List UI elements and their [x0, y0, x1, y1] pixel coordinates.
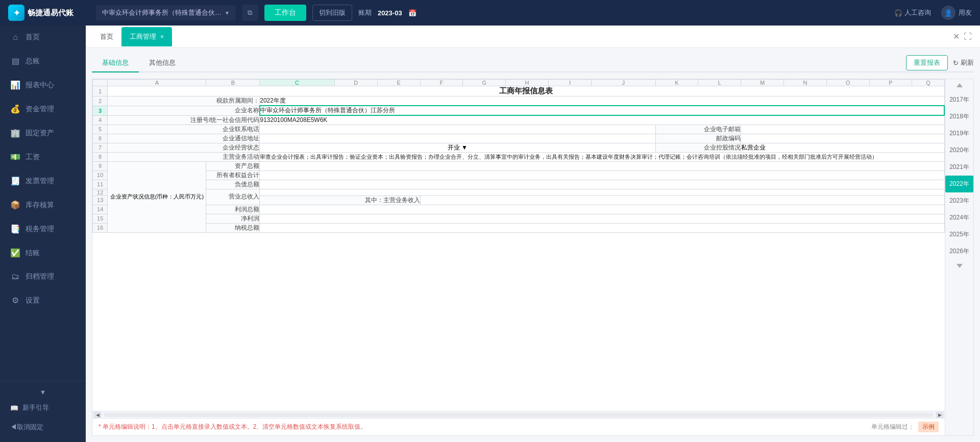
cell-9-value[interactable] [260, 161, 944, 170]
tab-bar: 首页 工商管理 × ✕ ⛶ [86, 26, 980, 48]
cell-10-value[interactable] [260, 170, 944, 180]
cell-11-label: 负债总额 [206, 180, 260, 189]
sidebar-item-home[interactable]: ⌂ 首页 [0, 26, 86, 49]
col-header-i: I [549, 80, 592, 86]
service-label: 人工咨询 [904, 8, 931, 17]
sidebar-item-tax[interactable]: 📑 税务管理 [0, 217, 86, 241]
year-2026[interactable]: 2026年 [945, 243, 973, 260]
cell-2-value[interactable]: 2022年度 [260, 96, 944, 106]
unpin-button[interactable]: ◀取消固定 [0, 418, 86, 437]
topbar-right: 🎧 人工咨询 👤 用友 [894, 6, 972, 20]
tab-industrial[interactable]: 工商管理 × [121, 27, 172, 46]
col-header-d: D [334, 80, 377, 86]
period-value: 2023-03 [378, 9, 402, 17]
sub-tab-other[interactable]: 其他信息 [139, 54, 186, 72]
logo-icon: ✦ [8, 5, 24, 21]
user-area[interactable]: 👤 用友 [941, 6, 972, 20]
spreadsheet[interactable]: A B C D E F G H I J [92, 79, 945, 411]
scroll-track[interactable] [104, 413, 934, 417]
tab-home[interactable]: 首页 [94, 26, 119, 47]
year-2019[interactable]: 2019年 [945, 125, 973, 142]
sidebar-label-reports: 报表中心 [26, 81, 54, 90]
sub-tab-other-label: 其他信息 [149, 59, 176, 66]
sidebar-item-ledger[interactable]: ▤ 总账 [0, 49, 86, 73]
topbar: ✦ 畅捷通易代账 中审众环会计师事务所（特殊普通合伙… ▼ ⧉ 工作台 切到旧版… [0, 0, 980, 26]
cell-16-value[interactable] [260, 223, 944, 232]
sidebar-item-salary[interactable]: 💵 工资 [0, 145, 86, 169]
year-2024[interactable]: 2024年 [945, 209, 973, 226]
sidebar-item-finance[interactable]: 💰 资金管理 [0, 97, 86, 121]
tab-expand-icon[interactable]: ⛶ [964, 32, 972, 41]
sidebar-item-close[interactable]: ✅ 结账 [0, 241, 86, 265]
col-header-g: G [463, 80, 506, 86]
sidebar-scroll-down[interactable]: ▼ [0, 386, 86, 398]
cell-5-left-value[interactable] [260, 125, 655, 134]
sub-tab-actions: 重置报表 ↻ 刷新 [906, 55, 974, 70]
row-16: 16 纳税总额 [93, 223, 945, 232]
tax-icon: 📑 [10, 224, 20, 234]
sheet-footer: * 单元格编辑说明：1、点击单元格直接录入数值或文本。2、清空单元格数值或文本恢… [92, 418, 945, 435]
year-panel-up[interactable] [945, 79, 973, 91]
tab-close-icon[interactable]: ✕ [953, 32, 960, 41]
sidebar-item-inventory[interactable]: 📦 库存核算 [0, 193, 86, 217]
user-label: 用友 [959, 8, 972, 17]
cell-12-value[interactable] [260, 189, 944, 195]
horizontal-scrollbar[interactable]: ◀ ▶ [92, 411, 945, 418]
app-title: 畅捷通易代账 [28, 8, 74, 18]
cell-11-value[interactable] [260, 180, 944, 189]
year-2021[interactable]: 2021年 [945, 159, 973, 176]
sidebar-label-tax: 税务管理 [26, 225, 54, 234]
year-2018[interactable]: 2018年 [945, 108, 973, 125]
cell-5-right-label: 企业电子邮箱 [655, 125, 741, 134]
calendar-icon[interactable]: 📅 [408, 9, 416, 17]
cell-7-left-value[interactable]: 开业 ▼ [260, 143, 655, 152]
tab-close-button[interactable]: × [160, 33, 164, 40]
col-header-e: E [377, 80, 420, 86]
row-num-5: 5 [93, 125, 108, 134]
cell-6-right-value[interactable] [741, 134, 944, 143]
row-num-1: 1 [93, 86, 108, 96]
cell-15-value[interactable] [260, 214, 944, 223]
cell-7-right-label: 企业控股情况 [655, 143, 741, 152]
sidebar-item-invoice[interactable]: 🧾 发票管理 [0, 169, 86, 193]
cell-13-sub-label: 其中：主营业务收入 [260, 195, 420, 205]
col-header-c: C [260, 80, 335, 86]
year-panel-down[interactable] [945, 260, 973, 272]
new-guide-button[interactable]: 📖 新手引导 [0, 398, 86, 418]
main-layout: ⌂ 首页 ▤ 总账 📊 报表中心 💰 资金管理 🏢 固定资产 💵 工资 [0, 26, 980, 442]
reset-report-button[interactable]: 重置报表 [906, 55, 948, 70]
year-2023[interactable]: 2023年 [945, 192, 973, 209]
scroll-right-button[interactable]: ▶ [936, 412, 944, 418]
home-icon: ⌂ [10, 33, 20, 42]
year-2022[interactable]: 2022年 [945, 176, 973, 192]
company-selector[interactable]: 中审众环会计师事务所（特殊普通合伙… ▼ [96, 5, 236, 20]
row-8: 8 主营业务活动 审查企业会计报表；出具审计报告；验证企业资本；出具验资报告；办… [93, 152, 945, 161]
cell-3-value[interactable]: 中审众环会计师事务所（特殊普通合伙）江苏分所 [260, 106, 944, 115]
year-2025[interactable]: 2025年 [945, 226, 973, 243]
cell-7-right-value[interactable]: 私营企业 [741, 143, 944, 152]
sub-tab-basic[interactable]: 基础信息 [92, 54, 139, 72]
switch-version-button[interactable]: 切到旧版 [312, 5, 352, 21]
cell-14-value[interactable] [260, 205, 944, 214]
sidebar-label-salary: 工资 [26, 153, 40, 162]
year-2017[interactable]: 2017年 [945, 91, 973, 108]
cell-title[interactable]: 工商年报信息表 [108, 86, 944, 96]
cell-8-value[interactable]: 审查企业会计报表；出具审计报告；验证企业资本；出具验资报告；办理企业合开、分立、… [260, 152, 944, 161]
copy-button[interactable]: ⧉ [242, 5, 258, 21]
cell-13-value[interactable] [420, 195, 944, 205]
scroll-left-button[interactable]: ◀ [93, 412, 102, 418]
cell-4-value[interactable]: 91320100MA208E5W6K [260, 115, 944, 125]
refresh-button[interactable]: ↻ 刷新 [953, 58, 974, 67]
cell-12-label: 营业总收入 [206, 189, 260, 205]
sidebar-item-archive[interactable]: 🗂 归档管理 [0, 265, 86, 288]
cell-6-left-value[interactable] [260, 134, 655, 143]
sidebar-item-assets[interactable]: 🏢 固定资产 [0, 121, 86, 145]
sidebar-label-invoice: 发票管理 [26, 177, 54, 186]
sidebar-item-settings[interactable]: ⚙ 设置 [0, 288, 86, 312]
sidebar-item-reports[interactable]: 📊 报表中心 [0, 73, 86, 97]
cell-5-right-value[interactable] [741, 125, 944, 134]
service-button[interactable]: 🎧 人工咨询 [894, 8, 931, 17]
year-2020[interactable]: 2020年 [945, 142, 973, 159]
workbench-button[interactable]: 工作台 [264, 5, 306, 21]
cell-6-left-label: 企业通信地址 [108, 134, 260, 143]
